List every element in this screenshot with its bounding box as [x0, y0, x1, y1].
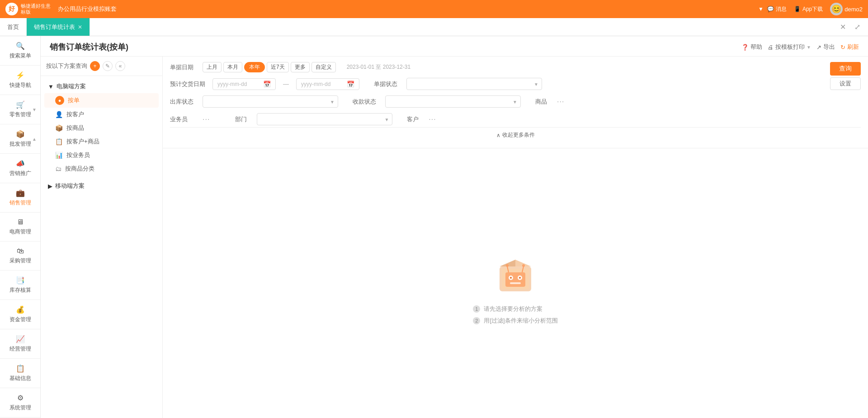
logo-icon: 好 [5, 3, 18, 15]
collapse-icon: ∧ [496, 132, 500, 138]
date-btn-this-month[interactable]: 本月 [223, 62, 242, 72]
goods-category-icon: 🗂 [55, 165, 61, 172]
sidebar-item-finance[interactable]: 💰 资金管理 [0, 300, 40, 329]
expected-date-start-input[interactable]: yyyy-mm-dd 📅 [212, 78, 276, 90]
dept-label: 部门 [235, 115, 250, 124]
tab-sales-order-stat[interactable]: 销售订单统计表 ✕ [27, 18, 90, 36]
print-btn[interactable]: 🖨 按模板打印 ▼ [768, 43, 811, 51]
tab-home[interactable]: 首页 [0, 18, 27, 36]
svg-point-9 [506, 264, 509, 267]
edit-scheme-btn[interactable]: ✎ [103, 61, 113, 71]
page-actions: ❓ 帮助 🖨 按模板打印 ▼ ↗ 导出 ↻ 刷新 [741, 43, 859, 51]
goods-label: 商品 [535, 98, 550, 106]
sidebar-item-system[interactable]: ⚙ 系统管理 [0, 388, 40, 418]
empty-hint-2: 2 用[过滤]条件来缩小分析范围 [473, 317, 557, 325]
message-icon: 💬 [767, 6, 774, 12]
customer-more-btn[interactable]: ··· [429, 115, 436, 124]
sales-icon: 💼 [16, 189, 25, 197]
date-btn-more[interactable]: 更多 [291, 62, 310, 72]
refresh-btn[interactable]: ↻ 刷新 [840, 43, 859, 51]
calendar-icon: 📅 [263, 81, 271, 88]
collapse-row: ∧ 收起更多条件 [170, 127, 861, 142]
message-btn[interactable]: 💬 消息 [767, 5, 787, 13]
date-buttons: 上月 本月 本年 近7天 更多 自定义 [203, 62, 336, 72]
query-btn[interactable]: 查询 [830, 62, 861, 76]
close-window-btn[interactable]: ✕ [837, 22, 848, 33]
tabbar: 首页 销售订单统计表 ✕ ✕ ⤢ [0, 18, 868, 36]
left-panel-header: 按以下方案查询 + ✎ « [41, 57, 162, 76]
sidebar-item-inventory[interactable]: 📑 库存核算 [0, 271, 40, 300]
system-icon: ⚙ [17, 394, 24, 402]
left-panel-body: ▼ 电脑端方案 ● 按单 👤 按客户 [41, 76, 162, 418]
mobile-section-title[interactable]: ▶ 移动端方案 [44, 179, 159, 193]
app-download-btn[interactable]: 📱 App下载 [794, 5, 823, 13]
print-dropdown-icon: ▼ [807, 45, 811, 50]
expected-date-end-input[interactable]: yyyy-mm-dd 📅 [296, 78, 359, 90]
hint-num-2: 2 [473, 317, 480, 324]
goods-more-btn[interactable]: ··· [557, 98, 564, 106]
sidebar-item-quick-nav[interactable]: ⚡ 快捷导航 [0, 66, 40, 95]
finance-icon: 💰 [16, 305, 25, 314]
sidebar-item-sales[interactable]: 💼 销售管理 [0, 183, 40, 213]
sidebar-item-basic[interactable]: 📋 基础信息 [0, 359, 40, 388]
scheme-by-salesman[interactable]: 📊 按业务员 [44, 148, 159, 162]
sidebar-item-retail[interactable]: 🛒 零售管理 ▼ [0, 95, 40, 124]
status-select-wrap: ▼ [406, 78, 542, 90]
purchase-icon: 🛍 [17, 247, 24, 255]
user-avatar-btn[interactable]: 😊 demo2 [830, 3, 863, 15]
scheme-by-customer[interactable]: 👤 按客户 [44, 108, 159, 121]
query-btn-group: 查询 设置 [830, 62, 861, 90]
salesman-more-btn[interactable]: ··· [203, 115, 210, 124]
empty-illustration [488, 242, 542, 296]
collect-status-select[interactable] [385, 95, 521, 108]
date-btn-last-month[interactable]: 上月 [203, 62, 222, 72]
scheme-by-goods-category[interactable]: 🗂 按商品分类 [44, 162, 159, 176]
inventory-icon: 📑 [16, 276, 25, 285]
sidebar-item-purchase[interactable]: 🛍 采购管理 [0, 242, 40, 271]
active-pill: ● [55, 96, 64, 105]
svg-rect-7 [510, 282, 521, 284]
dept-select[interactable] [257, 113, 392, 125]
empty-state: 1 请先选择要分析的方案 2 用[过滤]条件来缩小分析范围 [163, 148, 868, 418]
collapse-panel-btn[interactable]: « [115, 61, 125, 71]
print-icon: 🖨 [768, 44, 774, 51]
setting-btn[interactable]: 设置 [830, 77, 861, 90]
ecommerce-icon: 🖥 [17, 218, 24, 226]
tab-close-icon[interactable]: ✕ [78, 24, 82, 30]
ship-status-select[interactable] [203, 95, 338, 108]
status-label: 单据状态 [374, 80, 399, 88]
sidebar-item-marketing[interactable]: 📣 营销推广 [0, 154, 40, 183]
help-btn[interactable]: ❓ 帮助 [741, 43, 762, 51]
date-btn-last-7days[interactable]: 近7天 [267, 62, 289, 72]
export-btn[interactable]: ↗ 导出 [816, 43, 835, 51]
hint-num-1: 1 [473, 305, 480, 313]
chevron-right-icon: ▶ [48, 183, 52, 190]
sidebar-item-wholesale[interactable]: 📦 批发管理 ▲ [0, 124, 40, 154]
collapse-btn[interactable]: ∧ 收起更多条件 [496, 131, 535, 139]
app-dropdown[interactable]: ▼ [758, 6, 764, 12]
expected-date-label: 预计交货日期 [170, 80, 205, 88]
pc-section-title[interactable]: ▼ 电脑端方案 [44, 80, 159, 93]
svg-point-5 [510, 277, 512, 279]
sidebar-item-operation[interactable]: 📈 经营管理 [0, 329, 40, 359]
operation-icon: 📈 [16, 335, 25, 343]
maximize-btn[interactable]: ⤢ [852, 22, 863, 33]
content-area: 销售订单统计表(按单) ❓ 帮助 🖨 按模板打印 ▼ ↗ 导出 ↻ 刷新 [41, 36, 868, 418]
status-select[interactable] [406, 78, 542, 90]
date-btn-custom[interactable]: 自定义 [311, 62, 336, 72]
sidebar-item-ecommerce[interactable]: 🖥 电商管理 [0, 213, 40, 242]
add-scheme-btn[interactable]: + [90, 61, 100, 71]
basic-icon: 📋 [16, 364, 25, 373]
chevron-down-icon: ▼ [32, 107, 37, 112]
phone-icon: 📱 [794, 6, 801, 12]
date-btn-this-year[interactable]: 本年 [244, 62, 265, 72]
salesman-label: 业务员 [170, 115, 195, 124]
sidebar-item-search-menu[interactable]: 🔍 搜索菜单 [0, 36, 40, 66]
tab-actions: ✕ ⤢ [837, 22, 868, 33]
scheme-by-order[interactable]: ● 按单 [44, 93, 159, 108]
customer-icon: 👤 [55, 111, 63, 118]
scheme-by-goods[interactable]: 📦 按商品 [44, 121, 159, 135]
empty-hints: 1 请先选择要分析的方案 2 用[过滤]条件来缩小分析范围 [473, 305, 557, 325]
scheme-by-customer-goods[interactable]: 📋 按客户+商品 [44, 135, 159, 148]
sidebar: 🔍 搜索菜单 ⚡ 快捷导航 🛒 零售管理 ▼ 📦 批发管理 ▲ 📣 营销推广 💼… [0, 36, 41, 418]
